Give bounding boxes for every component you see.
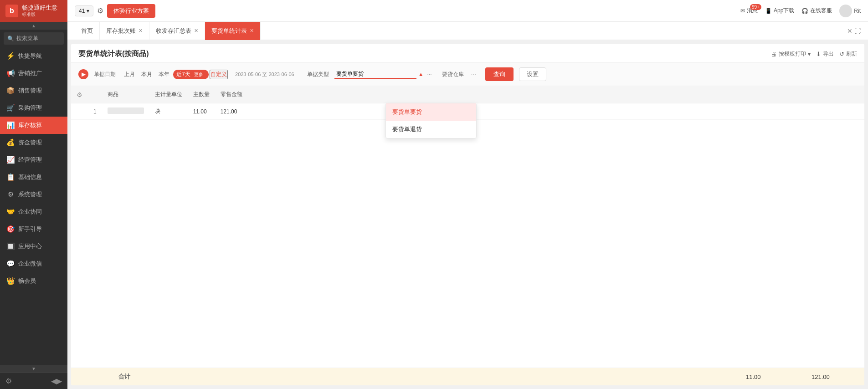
table-header-row: ⚙ 商品 主计量单位 主数量 零售金额: [71, 86, 864, 103]
nav-label: 企业协同: [18, 208, 42, 216]
tab-demand-stat-close[interactable]: ✕: [250, 28, 254, 34]
search-icon: 🔍: [7, 36, 14, 42]
tab-receivables-label: 收发存汇总表: [156, 27, 191, 35]
sidebar-item-operations[interactable]: 📈 经营管理: [0, 151, 67, 169]
export-button[interactable]: ⬇ 导出: [816, 50, 834, 58]
date-btn-week7[interactable]: 近7天 更多: [173, 70, 209, 79]
td-unit: 块: [149, 103, 188, 120]
sidebar-item-vip[interactable]: 👑 畅会员: [0, 272, 67, 290]
app-subtitle: 标准版: [22, 11, 57, 18]
footer-label: 合计: [118, 373, 130, 381]
user-avatar-item[interactable]: Rit: [839, 5, 861, 17]
sidebar-bottom: ⚙ ◀▶: [0, 373, 67, 389]
messages-item[interactable]: ✉ 消息 99+: [740, 7, 758, 15]
sidebar-nav: ⚡ 快捷导航 📢 营销推广 📦 销售管理 🛒 采购管理 📊 库存核算 💰 资金管…: [0, 47, 67, 365]
shop-number: 41: [79, 8, 85, 14]
date-btn-current[interactable]: 本月: [139, 69, 155, 80]
date-btn-year[interactable]: 本年: [156, 69, 172, 80]
dropdown-item-demand-goods[interactable]: 要货单要货: [386, 103, 476, 121]
date-btn-up[interactable]: 上月: [121, 69, 138, 80]
nav-label: 应用中心: [18, 242, 42, 251]
sidebar-item-quick-nav[interactable]: ⚡ 快捷导航: [0, 47, 67, 65]
tab-receivables-close[interactable]: ✕: [194, 28, 198, 34]
nav-label: 基础信息: [18, 173, 42, 181]
nav-label: 营销推广: [18, 69, 42, 77]
sidebar-item-marketing[interactable]: 📢 营销推广: [0, 65, 67, 82]
type-filter-chevron-icon[interactable]: ▲: [418, 71, 424, 77]
th-settings: ⚙: [71, 86, 88, 103]
more-badge: 更多: [192, 72, 205, 77]
gear-button[interactable]: ⚙: [97, 6, 103, 15]
table-settings-icon[interactable]: ⚙: [77, 91, 82, 98]
app-download-item[interactable]: 📱 App下载: [765, 7, 794, 15]
nav-label: 库存核算: [18, 121, 42, 129]
th-unit: 主计量单位: [149, 86, 188, 103]
topbar-left: 41 ▾ ⚙ 体验行业方案: [75, 4, 735, 18]
sidebar-item-apps[interactable]: 🔲 应用中心: [0, 238, 67, 255]
type-filter-label: 单据类型: [307, 71, 329, 78]
sidebar-scroll-down[interactable]: ▼: [0, 365, 67, 373]
sidebar-scroll-up[interactable]: ▲: [0, 22, 67, 30]
sidebar-item-purchase[interactable]: 🛒 采购管理: [0, 99, 67, 117]
settings-button[interactable]: 设置: [519, 67, 546, 81]
sidebar-item-guide[interactable]: 🎯 新手引导: [0, 220, 67, 238]
apps-icon: 🔲: [6, 242, 15, 251]
sidebar-item-wechat[interactable]: 💬 企业微信: [0, 255, 67, 272]
tab-fullscreen-btn[interactable]: ⛶: [854, 27, 861, 35]
sidebar-item-sales[interactable]: 📦 销售管理: [0, 82, 67, 99]
refresh-label: 刷新: [846, 50, 857, 58]
system-icon: ⚙: [6, 190, 15, 199]
print-dropdown-icon: ▾: [808, 51, 811, 57]
user-name: Rit: [854, 8, 861, 14]
online-service-item[interactable]: 🎧 在线客服: [801, 7, 832, 15]
tab-demand-stat[interactable]: 要货单统计表 ✕: [205, 22, 261, 40]
sidebar-search[interactable]: 🔍 搜索菜单: [4, 32, 64, 45]
nav-label: 销售管理: [18, 87, 42, 95]
main-area: 41 ▾ ⚙ 体验行业方案 ✉ 消息 99+ 📱 App下载 🎧 在线客服 R: [67, 0, 868, 389]
shop-selector[interactable]: 41 ▾: [75, 5, 93, 16]
app-icon: 📱: [765, 8, 772, 14]
settings-bottom-icon[interactable]: ⚙: [5, 377, 12, 385]
tab-close-all-btn[interactable]: ✕: [847, 27, 853, 35]
sidebar-item-basic[interactable]: 📋 基础信息: [0, 169, 67, 186]
date-btn-custom[interactable]: 自定义: [210, 70, 228, 79]
app-download-label: App下载: [774, 7, 794, 15]
td-quantity: 11.00: [188, 103, 215, 120]
collapse-icon[interactable]: ◀▶: [51, 377, 62, 385]
topbar-right: ✉ 消息 99+ 📱 App下载 🎧 在线客服 Rit: [740, 5, 861, 17]
dropdown-item-demand-return[interactable]: 要货单退货: [386, 121, 476, 138]
messages-badge: 99+: [750, 4, 761, 10]
td-product: [102, 103, 149, 120]
type-filter-row: ▲ ···: [334, 70, 432, 79]
refresh-icon: ↺: [839, 51, 844, 57]
sidebar-item-finance[interactable]: 💰 资金管理: [0, 134, 67, 151]
print-button[interactable]: 🖨 按模板打印 ▾: [771, 50, 811, 58]
warehouse-more-icon[interactable]: ···: [471, 71, 477, 78]
type-filter-input[interactable]: [334, 70, 416, 79]
th-extra: [248, 86, 864, 103]
basic-icon: 📋: [6, 173, 15, 181]
nav-label: 系统管理: [18, 190, 42, 199]
refresh-button[interactable]: ↺ 刷新: [839, 50, 857, 58]
query-button[interactable]: 查询: [485, 67, 514, 81]
tabs-bar: 首页 库存批次账 ✕ 收发存汇总表 ✕ 要货单统计表 ✕ ✕ ⛶: [67, 22, 868, 40]
sidebar-item-system[interactable]: ⚙ 系统管理: [0, 186, 67, 203]
sidebar-item-enterprise[interactable]: 🤝 企业协同: [0, 203, 67, 220]
dropdown-arrow-icon: ▾: [87, 8, 89, 14]
finance-icon: 💰: [6, 138, 15, 147]
filter-expand-btn[interactable]: ▶: [78, 69, 88, 79]
type-filter-more-icon[interactable]: ···: [427, 71, 432, 77]
print-icon: 🖨: [771, 51, 777, 57]
td-amount: 121.00: [215, 103, 248, 120]
trial-button[interactable]: 体验行业方案: [107, 4, 155, 18]
tab-home[interactable]: 首页: [75, 22, 100, 40]
date-buttons: 上月 本月 本年 近7天 更多 自定义: [121, 69, 228, 80]
warehouse-filter-label: 要货仓库: [442, 71, 464, 78]
marketing-icon: 📢: [6, 69, 15, 77]
tab-batch[interactable]: 库存批次账 ✕: [100, 22, 149, 40]
tab-batch-close[interactable]: ✕: [139, 28, 143, 34]
sidebar-item-inventory[interactable]: 📊 库存核算: [0, 117, 67, 134]
operations-icon: 📈: [6, 156, 15, 164]
nav-label: 采购管理: [18, 104, 42, 112]
tab-receivables[interactable]: 收发存汇总表 ✕: [149, 22, 205, 40]
